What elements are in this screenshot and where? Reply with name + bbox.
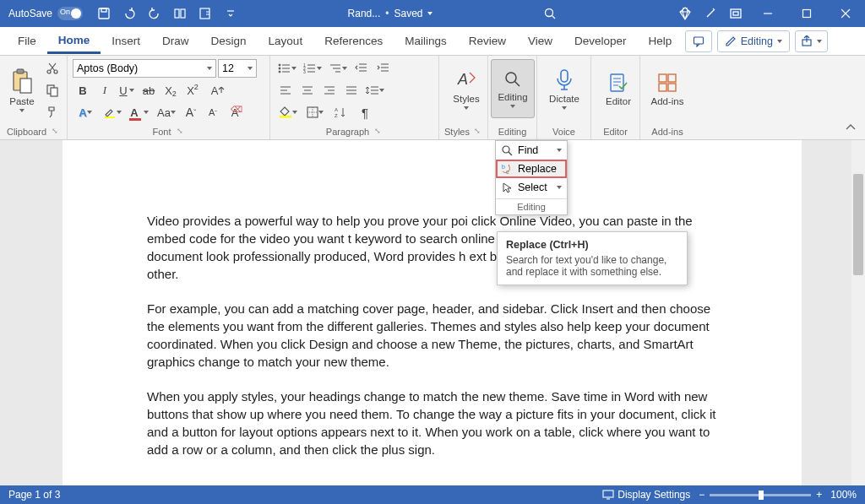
maximize-button[interactable] <box>787 0 826 27</box>
redo-icon[interactable] <box>142 0 167 27</box>
sort-button[interactable]: AZ <box>329 103 353 122</box>
tab-design[interactable]: Design <box>200 30 258 52</box>
format-painter-button[interactable] <box>42 103 63 122</box>
character-case-button[interactable]: Aa <box>154 103 179 122</box>
tab-mailings[interactable]: Mailings <box>394 30 458 52</box>
dialog-launcher-icon[interactable]: ⤡ <box>175 127 185 137</box>
tab-file[interactable]: File <box>7 30 47 52</box>
svg-rect-4 <box>200 8 209 19</box>
svg-rect-15 <box>20 79 31 93</box>
search-icon[interactable] <box>537 0 563 27</box>
find-menu-item[interactable]: Find <box>496 141 567 160</box>
undo-icon[interactable] <box>117 0 142 27</box>
line-spacing-button[interactable] <box>363 81 387 100</box>
scrollbar-thumb[interactable] <box>853 174 863 275</box>
close-button[interactable] <box>826 0 865 27</box>
decrease-indent-button[interactable] <box>351 59 372 78</box>
chevron-down-icon <box>317 67 322 70</box>
document-page[interactable]: Video provides a powerful way to help yo… <box>63 140 802 485</box>
save-icon[interactable] <box>91 0 117 27</box>
align-center-button[interactable] <box>297 81 318 100</box>
qat-icon-2[interactable] <box>193 0 218 27</box>
underline-button[interactable]: U <box>117 81 137 100</box>
svg-rect-3 <box>181 9 185 18</box>
tab-review[interactable]: Review <box>458 30 517 52</box>
replace-menu-item[interactable]: bc Replace <box>496 160 567 178</box>
align-left-button[interactable] <box>275 81 296 100</box>
strikethrough-button[interactable]: ab <box>139 81 159 100</box>
tab-insert[interactable]: Insert <box>101 30 151 52</box>
tab-help[interactable]: Help <box>638 30 683 52</box>
document-title[interactable]: Rand... • Saved <box>243 8 537 19</box>
editing-button[interactable]: Editing <box>491 59 535 118</box>
diamond-icon[interactable] <box>672 0 698 27</box>
tab-home[interactable]: Home <box>47 29 101 54</box>
tab-references[interactable]: References <box>313 30 394 52</box>
font-size-select[interactable]: 12 <box>218 59 257 78</box>
paste-button[interactable]: Paste <box>5 62 39 118</box>
vertical-scrollbar[interactable] <box>851 140 865 485</box>
minimize-button[interactable] <box>748 0 787 27</box>
svg-text:b: b <box>502 164 505 170</box>
styles-button[interactable]: A Styles <box>444 59 488 118</box>
dialog-launcher-icon[interactable]: ⤡ <box>50 127 60 137</box>
font-name-select[interactable]: Aptos (Body) <box>73 59 216 78</box>
dialog-launcher-icon[interactable]: ⤡ <box>373 127 383 137</box>
dictate-button[interactable]: Dictate <box>542 59 586 118</box>
qat-overflow-icon[interactable] <box>218 0 243 27</box>
show-marks-button[interactable]: ¶ <box>355 103 375 122</box>
shading-button[interactable] <box>275 103 301 122</box>
dialog-launcher-icon[interactable]: ⤡ <box>473 127 482 137</box>
paragraph-2: For example, you can add a matching cove… <box>147 300 717 371</box>
bold-button[interactable]: B <box>73 81 93 100</box>
bullets-button[interactable] <box>275 59 299 78</box>
autosave-toggle[interactable]: AutoSave On <box>0 7 91 20</box>
italic-button[interactable]: I <box>95 81 115 100</box>
clear-formatting-button[interactable]: A⌫ <box>225 103 245 122</box>
display-settings-button[interactable]: Display Settings <box>602 489 690 501</box>
editor-label: Editor <box>606 96 631 106</box>
chevron-down-icon <box>464 106 469 110</box>
grow-font-button[interactable]: Aˇ <box>181 103 201 122</box>
chevron-down-icon <box>207 67 212 70</box>
cut-button[interactable] <box>42 59 63 78</box>
account-icon[interactable] <box>833 28 858 55</box>
shrink-font-button[interactable]: Aˇ <box>203 103 223 122</box>
borders-button[interactable] <box>302 103 328 122</box>
change-case-button[interactable]: A <box>204 81 231 100</box>
editing-mode-button[interactable]: Editing <box>717 30 790 52</box>
multilevel-list-button[interactable] <box>326 59 350 78</box>
tab-layout[interactable]: Layout <box>258 30 314 52</box>
window-icon[interactable] <box>723 0 748 27</box>
subscript-button[interactable]: X2 <box>160 81 181 100</box>
copy-button[interactable] <box>42 81 63 100</box>
wand-icon[interactable] <box>698 0 723 27</box>
page-indicator[interactable]: Page 1 of 3 <box>8 489 602 501</box>
qat-icon-1[interactable] <box>167 0 193 27</box>
document-area: Video provides a powerful way to help yo… <box>0 140 865 485</box>
numbering-button[interactable]: 123 <box>301 59 324 78</box>
tab-view[interactable]: View <box>517 30 563 52</box>
addins-button[interactable]: Add-ins <box>645 59 689 118</box>
toggle-switch[interactable]: On <box>57 7 83 20</box>
justify-button[interactable] <box>341 81 362 100</box>
increase-indent-button[interactable] <box>373 59 394 78</box>
tab-draw[interactable]: Draw <box>151 30 200 52</box>
share-button[interactable] <box>795 30 828 52</box>
select-menu-item[interactable]: Select <box>496 178 567 197</box>
zoom-in-button[interactable]: + <box>816 489 822 501</box>
editor-button[interactable]: Editor <box>596 59 640 118</box>
zoom-out-button[interactable]: − <box>699 489 705 501</box>
align-right-button[interactable] <box>319 81 340 100</box>
text-effects-button[interactable]: A <box>73 103 98 122</box>
clipboard-group-label: Clipboard <box>7 127 46 137</box>
highlight-button[interactable] <box>100 103 125 122</box>
zoom-slider-thumb[interactable] <box>759 490 764 500</box>
zoom-slider[interactable] <box>710 494 811 496</box>
collapse-ribbon-button[interactable] <box>845 120 857 135</box>
font-color-button[interactable]: A <box>127 103 152 122</box>
tab-developer[interactable]: Developer <box>563 30 638 52</box>
superscript-button[interactable]: X2 <box>182 81 203 100</box>
comments-button[interactable] <box>685 30 712 52</box>
zoom-level[interactable]: 100% <box>830 489 857 501</box>
